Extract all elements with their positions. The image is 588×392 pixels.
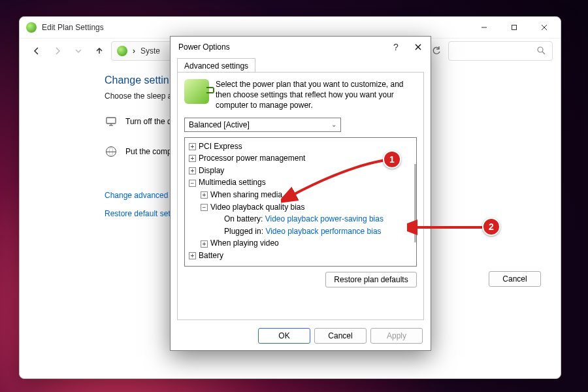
display-label: Turn off the di <box>125 117 173 126</box>
scrollbar[interactable] <box>414 164 416 242</box>
forward-button[interactable] <box>48 42 67 60</box>
expand-icon[interactable]: + <box>189 143 196 150</box>
tree-display[interactable]: Display <box>199 166 224 175</box>
tab-advanced-settings[interactable]: Advanced settings <box>177 58 255 73</box>
tabstrip: Advanced settings <box>171 57 431 72</box>
dialog-title: Power Options <box>178 42 230 52</box>
power-icon <box>117 46 127 56</box>
plugged-in-label: Plugged in: <box>224 227 263 236</box>
tab-panel: Select the power plan that you want to c… <box>177 72 424 320</box>
on-battery-label: On battery: <box>224 214 263 223</box>
cancel-button[interactable]: Cancel <box>489 271 541 287</box>
collapse-icon[interactable]: − <box>189 180 196 187</box>
restore-plan-defaults-button[interactable]: Restore plan defaults <box>325 272 417 287</box>
expand-icon[interactable]: + <box>189 167 196 174</box>
globe-icon <box>105 145 118 158</box>
breadcrumb-item[interactable]: Syste <box>140 46 160 56</box>
ok-button[interactable]: OK <box>258 328 310 344</box>
dialog-titlebar: Power Options ? <box>171 37 431 57</box>
tree-pci[interactable]: PCI Express <box>199 142 242 151</box>
expand-icon[interactable]: + <box>201 240 208 248</box>
svg-line-5 <box>542 52 545 54</box>
power-plan-value: Balanced [Active] <box>189 120 250 129</box>
maximize-button[interactable] <box>499 17 529 38</box>
tree-multimedia[interactable]: Multimedia settings <box>199 178 266 187</box>
tree-cpu[interactable]: Processor power management <box>199 154 305 163</box>
sleep-label: Put the comp <box>125 147 172 156</box>
footer-buttons: Cancel <box>489 271 541 287</box>
tree-playing-video[interactable]: When playing video <box>210 238 279 248</box>
minimize-button[interactable] <box>469 17 499 38</box>
chevron-right-icon: › <box>133 46 135 56</box>
chevron-down-icon: ⌄ <box>331 121 336 128</box>
power-icon <box>26 22 37 33</box>
annotation-callout-1: 1 <box>383 150 401 169</box>
titlebar: Edit Plan Settings <box>20 17 561 38</box>
tree-battery[interactable]: Battery <box>199 251 223 260</box>
cancel-button[interactable]: Cancel <box>314 328 367 344</box>
window-title: Edit Plan Settings <box>42 23 104 32</box>
back-button[interactable] <box>27 42 46 60</box>
collapse-icon[interactable]: − <box>201 204 208 211</box>
plugged-in-value[interactable]: Video playback performance bias <box>265 227 381 236</box>
svg-rect-1 <box>512 25 517 30</box>
close-button[interactable] <box>408 38 428 56</box>
tree-video-bias[interactable]: Video playback quality bias <box>210 203 305 212</box>
expand-icon[interactable]: + <box>201 191 208 199</box>
dialog-description: Select the power plan that you want to c… <box>216 79 417 111</box>
svg-point-4 <box>538 47 543 52</box>
close-button[interactable] <box>529 17 559 38</box>
annotation-callout-2: 2 <box>482 218 500 236</box>
dialog-footer: OK Cancel Apply <box>258 328 423 344</box>
up-button[interactable] <box>90 42 108 60</box>
expand-icon[interactable]: + <box>189 155 196 162</box>
help-button[interactable]: ? <box>386 38 406 56</box>
apply-button[interactable]: Apply <box>370 328 423 344</box>
window-controls <box>469 17 559 38</box>
search-icon <box>537 46 546 55</box>
monitor-icon <box>105 115 118 128</box>
battery-icon <box>184 79 209 104</box>
svg-rect-6 <box>106 118 116 123</box>
on-battery-value[interactable]: Video playback power-saving bias <box>265 214 384 223</box>
expand-icon[interactable]: + <box>189 252 196 259</box>
search-input[interactable] <box>448 41 553 61</box>
power-options-dialog: Power Options ? Advanced settings Select… <box>170 36 431 351</box>
recent-button[interactable] <box>69 42 88 60</box>
tree-sharing-media[interactable]: When sharing media <box>210 190 282 199</box>
power-plan-select[interactable]: Balanced [Active] ⌄ <box>184 118 341 132</box>
settings-tree[interactable]: +PCI Express +Processor power management… <box>184 137 417 267</box>
